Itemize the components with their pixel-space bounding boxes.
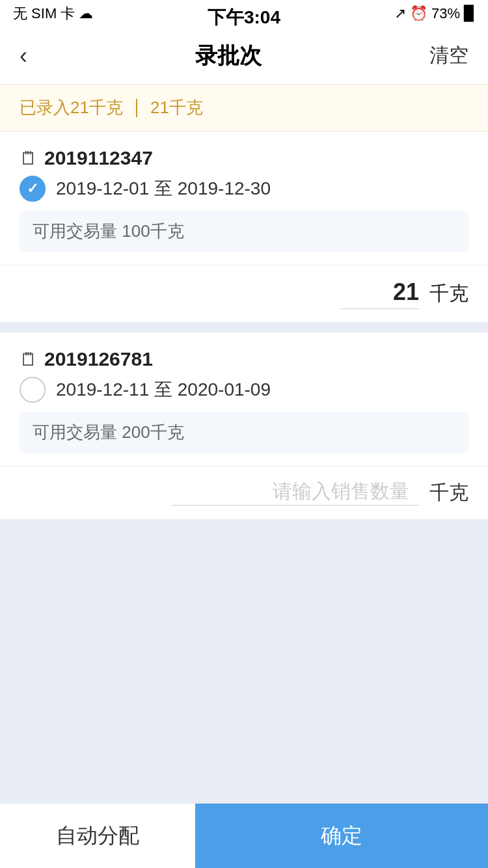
confirm-button[interactable]: 确定	[195, 804, 488, 868]
batch-available-2: 可用交易量 200千克	[20, 412, 468, 453]
batch-row-2[interactable]: 2019-12-11 至 2020-01-09	[20, 377, 468, 403]
battery-icon: ▉	[464, 5, 475, 22]
nav-bar: ‹ 录批次 清空	[0, 27, 488, 85]
batch-date-2: 2019-12-11 至 2020-01-09	[56, 377, 271, 402]
radio-button-2[interactable]	[20, 377, 46, 403]
input-row-2: 千克	[0, 466, 488, 519]
batch-card-2: 🗒 2019126781 2019-12-11 至 2020-01-09 可用交…	[0, 332, 488, 466]
content-area: 🗒 2019112347 2019-12-01 至 2019-12-30 可用交…	[0, 131, 488, 868]
batch-card-1: 🗒 2019112347 2019-12-01 至 2019-12-30 可用交…	[0, 131, 488, 265]
status-left: 无 SIM 卡 ☁	[13, 4, 93, 23]
status-right: ↗ ⏰ 73% ▉	[394, 5, 475, 22]
batch-available-1: 可用交易量 100千克	[20, 211, 468, 252]
batch-header-2: 🗒 2019126781	[20, 348, 468, 370]
radio-button-1[interactable]	[20, 176, 46, 202]
batch-header-1: 🗒 2019112347	[20, 147, 468, 169]
info-divider	[136, 99, 137, 117]
input-unit-2: 千克	[429, 480, 468, 506]
sim-status: 无 SIM 卡 ☁	[13, 4, 93, 23]
auto-distribute-button[interactable]: 自动分配	[0, 804, 195, 868]
status-time: 下午3:04	[208, 5, 280, 30]
bottom-bar: 自动分配 确定	[0, 803, 488, 868]
batch-id-1: 2019112347	[44, 147, 153, 169]
amount-display-1: 21	[341, 278, 419, 309]
batch-doc-icon-1: 🗒	[20, 148, 38, 169]
amount-row-1: 21 千克	[0, 265, 488, 322]
alarm-icon: ⏰	[410, 5, 427, 22]
batch-doc-icon-2: 🗒	[20, 349, 38, 370]
info-banner: 已录入21千克 21千克	[0, 85, 488, 131]
location-icon: ↗	[394, 5, 406, 22]
section-divider	[0, 322, 488, 332]
clear-button[interactable]: 清空	[429, 42, 468, 69]
batch-date-1: 2019-12-01 至 2019-12-30	[56, 176, 271, 201]
page-title: 录批次	[195, 41, 262, 71]
back-button[interactable]: ‹	[20, 42, 27, 70]
empty-area	[0, 519, 488, 832]
recorded-amount: 已录入21千克	[20, 96, 123, 119]
batch-id-2: 2019126781	[44, 348, 153, 370]
total-amount: 21千克	[150, 96, 203, 119]
batch-row-1[interactable]: 2019-12-01 至 2019-12-30	[20, 176, 468, 202]
amount-unit-1: 千克	[429, 280, 468, 307]
amount-value-1: 21	[393, 278, 419, 305]
input-underline-2	[172, 480, 419, 506]
battery-percent: 73%	[431, 5, 460, 22]
sales-quantity-input[interactable]	[172, 480, 419, 502]
status-bar: 无 SIM 卡 ☁ 下午3:04 ↗ ⏰ 73% ▉	[0, 0, 488, 27]
